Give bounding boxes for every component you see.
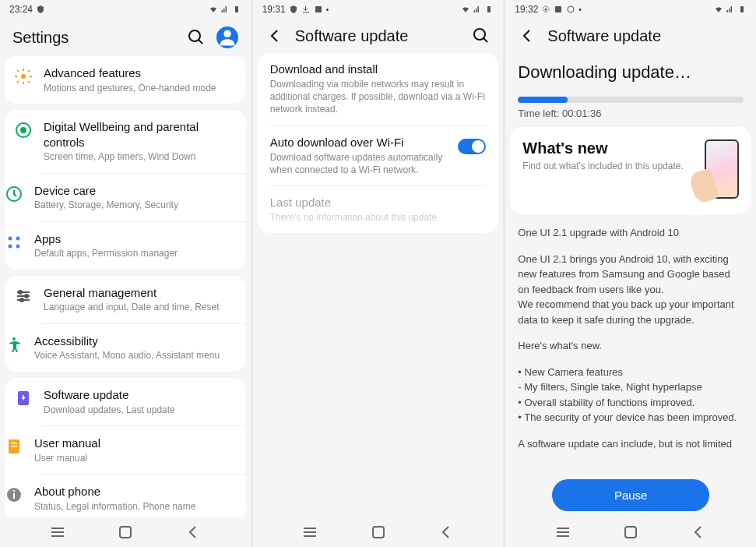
whats-new-title: What's new <box>522 139 684 157</box>
settings-item[interactable]: AccessibilityVoice Assistant, Mono audio… <box>40 323 246 372</box>
back-button[interactable] <box>689 523 708 542</box>
battery-icon <box>484 5 494 14</box>
software-update-item[interactable]: Auto download over Wi-FiDownload softwar… <box>258 126 499 185</box>
wellbeing-icon <box>14 121 33 139</box>
recents-button[interactable] <box>301 523 319 542</box>
status-bar: 23:24 <box>0 0 251 19</box>
apps-icon <box>5 233 23 252</box>
settings-item[interactable]: General managementLanguage and input, Da… <box>5 276 246 323</box>
svg-point-32 <box>474 29 485 40</box>
item-subtitle: Status, Legal information, Phone name <box>34 501 237 513</box>
back-button[interactable] <box>437 523 455 542</box>
image-icon <box>554 5 563 14</box>
software-update-header: Software update <box>253 19 504 53</box>
home-button[interactable] <box>116 523 135 542</box>
svg-point-25 <box>13 490 15 492</box>
back-icon[interactable] <box>265 26 284 45</box>
item-title: About phone <box>34 484 237 499</box>
software-update-screen: 19:31 • Software update Download and ins… <box>253 0 504 547</box>
signal-icon <box>473 5 482 14</box>
svg-rect-39 <box>555 6 561 12</box>
settings-item[interactable]: Digital Wellbeing and parental controlsS… <box>5 110 246 173</box>
svg-point-18 <box>12 337 16 341</box>
settings-item[interactable]: AppsDefault apps, Permission manager <box>40 221 246 270</box>
recents-button[interactable] <box>48 523 67 542</box>
settings-header: Settings <box>0 19 251 56</box>
nav-bar <box>253 517 504 547</box>
svg-point-40 <box>568 6 574 12</box>
item-subtitle: Language and input, Date and time, Reset <box>44 302 237 314</box>
settings-item[interactable]: Device careBattery, Storage, Memory, Sec… <box>40 173 246 221</box>
whats-new-card[interactable]: What's new Find out what's included in t… <box>510 127 751 214</box>
svg-rect-24 <box>13 493 15 499</box>
svg-rect-21 <box>11 443 17 444</box>
back-icon[interactable] <box>518 26 536 45</box>
downloading-screen: 19:32 • Software update Downloading upda… <box>505 0 756 547</box>
home-button[interactable] <box>369 523 388 542</box>
svg-point-17 <box>20 298 23 302</box>
svg-point-10 <box>9 244 12 248</box>
more-indicator: • <box>326 5 329 14</box>
settings-screen: 23:24 Settings Advanced featuresMotions … <box>0 0 251 547</box>
svg-point-4 <box>21 74 26 79</box>
svg-point-16 <box>25 295 28 298</box>
svg-line-2 <box>199 40 202 44</box>
search-icon[interactable] <box>187 28 206 47</box>
software-update-icon <box>14 389 33 408</box>
recents-button[interactable] <box>554 523 572 542</box>
update-detail-paragraph: • New Camera features - My filters, Sing… <box>518 365 744 425</box>
svg-point-38 <box>545 9 547 11</box>
update-detail-paragraph: A software update can include, but is no… <box>518 436 744 452</box>
status-time: 19:31 <box>262 4 286 15</box>
page-title: Settings <box>12 29 176 47</box>
progress-fill <box>518 97 568 103</box>
item-subtitle: Voice Assistant, Mono audio, Assistant m… <box>34 350 237 362</box>
software-update-list: Download and installDownloading via mobi… <box>253 53 504 517</box>
item-subtitle: User manual <box>34 453 237 465</box>
downloading-header: Software update <box>505 19 756 53</box>
progress-bar <box>518 97 744 103</box>
item-title: Software update <box>44 387 237 403</box>
software-update-item[interactable]: Download and installDownloading via mobi… <box>258 53 499 125</box>
svg-point-6 <box>21 128 26 132</box>
whats-new-sub: Find out what's included in this update. <box>522 161 684 171</box>
svg-rect-29 <box>120 527 131 538</box>
search-icon[interactable] <box>472 26 491 45</box>
sync-icon <box>566 5 575 14</box>
settings-item[interactable]: Software updateDownload updates, Last up… <box>5 378 246 425</box>
pause-button[interactable]: Pause <box>552 479 709 511</box>
wifi-icon <box>209 5 218 14</box>
svg-rect-0 <box>235 6 238 12</box>
time-left: Time left: 00:01:36 <box>505 108 756 127</box>
item-subtitle: There's no information about this update… <box>270 211 487 224</box>
shield-icon <box>36 5 45 14</box>
back-button[interactable] <box>184 523 202 542</box>
wifi-icon <box>461 5 470 14</box>
update-detail-paragraph: Here's what's new. <box>518 338 744 354</box>
settings-item[interactable]: Advanced featuresMotions and gestures, O… <box>5 56 246 104</box>
svg-point-9 <box>16 236 20 240</box>
home-button[interactable] <box>621 523 640 542</box>
auto-download-toggle[interactable] <box>458 139 486 154</box>
settings-group: General managementLanguage and input, Da… <box>5 276 246 372</box>
phone-illustration <box>692 139 739 202</box>
nav-bar <box>505 517 756 547</box>
battery-icon <box>737 5 747 14</box>
item-subtitle: Download software updates automatically … <box>270 151 451 176</box>
user-manual-icon <box>5 437 23 456</box>
page-title: Software update <box>295 27 462 45</box>
status-bar: 19:31 • <box>253 0 504 19</box>
item-title: User manual <box>34 436 237 451</box>
profile-button[interactable] <box>216 26 238 48</box>
gear-icon <box>541 5 550 14</box>
settings-list[interactable]: Advanced featuresMotions and gestures, O… <box>0 56 251 517</box>
svg-point-11 <box>16 244 20 248</box>
accessibility-icon <box>5 335 23 354</box>
item-subtitle: Downloading via mobile networks may resu… <box>270 78 487 116</box>
settings-item[interactable]: About phoneStatus, Legal information, Ph… <box>40 474 246 517</box>
settings-item[interactable]: User manualUser manual <box>40 425 246 474</box>
item-title: Auto download over Wi-Fi <box>270 136 451 149</box>
shield-icon <box>289 5 298 14</box>
wifi-icon <box>714 5 723 14</box>
update-detail-paragraph: One UI 2.1 upgrade with Android 10 <box>518 225 744 241</box>
